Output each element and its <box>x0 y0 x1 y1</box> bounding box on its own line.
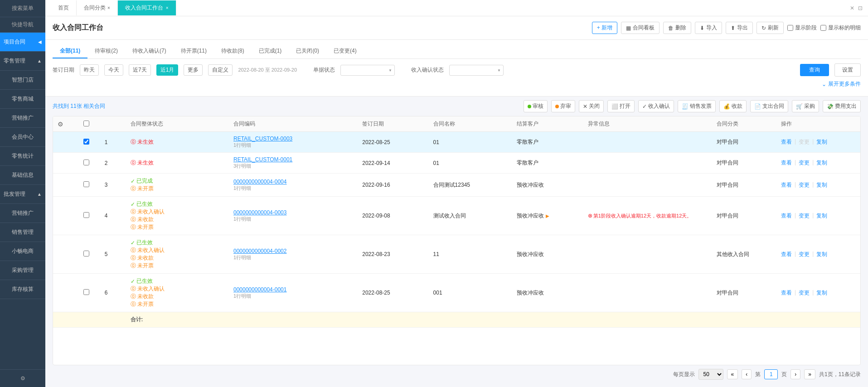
row-code[interactable]: 0000000000004-00041行明细 <box>229 174 358 197</box>
col-settings[interactable]: ⚙ <box>53 116 79 132</box>
select-all-checkbox[interactable] <box>83 121 89 126</box>
customer-nav-icon[interactable]: ▶ <box>546 213 549 218</box>
date-btn-1month[interactable]: 近1月 <box>156 64 179 76</box>
expense-out-button[interactable]: 💸 费用支出 <box>823 100 861 112</box>
row-checkbox[interactable] <box>83 251 89 256</box>
expense-contract-button[interactable]: 📄 支出合同 <box>750 100 788 112</box>
sidebar-item-xiaochang[interactable]: 小畅电商 <box>0 242 45 261</box>
window-restore-button[interactable]: ⊡ <box>858 5 863 11</box>
contract-code-link[interactable]: 0000000000004-0004 <box>233 179 286 185</box>
view-action[interactable]: 查看 <box>781 289 792 297</box>
edit-action[interactable]: 变更 <box>799 212 810 220</box>
close-button[interactable]: ✕ 关闭 <box>579 100 604 112</box>
copy-action[interactable]: 复制 <box>816 289 827 297</box>
contract-code-link[interactable]: RETAIL_CUSTOM-0003 <box>233 135 292 142</box>
col-customer-header[interactable]: 结算客户 <box>512 116 583 132</box>
status-tab-pending-review[interactable]: 待审核(2) <box>87 44 125 58</box>
contract-code-link[interactable]: 0000000000004-0001 <box>233 286 286 293</box>
next-page-button[interactable]: › <box>790 369 800 379</box>
sidebar-item-marketing[interactable]: 营销推广 <box>0 109 45 128</box>
contract-code-link[interactable]: 0000000000004-0002 <box>233 248 286 254</box>
date-btn-today[interactable]: 今天 <box>104 64 123 76</box>
sidebar-item-marketing2[interactable]: 营销推广 <box>0 204 45 223</box>
status-tab-pending-confirm[interactable]: 待收入确认(7) <box>125 44 174 58</box>
prev-page-button[interactable]: ‹ <box>742 369 752 379</box>
date-btn-7days[interactable]: 近7天 <box>129 64 151 76</box>
row-code[interactable]: 0000000000004-00031行明细 <box>229 197 358 235</box>
sidebar-quick-nav[interactable]: 快捷导航 <box>0 17 45 33</box>
sidebar-item-retail-mall[interactable]: 零售商城 <box>0 90 45 109</box>
row-checkbox-cell[interactable] <box>79 132 100 153</box>
tab-home[interactable]: 首页 <box>51 0 77 15</box>
row-checkbox-cell[interactable] <box>79 174 100 197</box>
row-checkbox[interactable] <box>83 212 89 218</box>
refresh-button[interactable]: ↻ 刷新 <box>756 22 784 34</box>
income-confirm-select[interactable] <box>449 65 504 76</box>
edit-action[interactable]: 变更 <box>799 159 810 167</box>
row-checkbox[interactable] <box>83 181 89 187</box>
table-row[interactable]: 6✓已生效⓪未收入确认⓪未收款⓪未开票0000000000004-00011行明… <box>53 274 860 312</box>
expand-filter-button[interactable]: ⌄ 展开更多条件 <box>822 80 861 88</box>
column-settings-icon[interactable]: ⚙ <box>58 121 63 128</box>
row-checkbox-cell[interactable] <box>79 197 100 235</box>
col-contract-status-header[interactable]: 合同整体状态 <box>126 116 229 132</box>
sidebar-item-project[interactable]: 项目合同 ◀ <box>0 33 45 52</box>
date-btn-yesterday[interactable]: 昨天 <box>80 64 99 76</box>
row-checkbox-cell[interactable] <box>79 235 100 274</box>
open-button[interactable]: ⬜ 打开 <box>607 100 635 112</box>
import-button[interactable]: ⬇ 导入 <box>695 22 722 34</box>
page-size-select[interactable]: 50 20 100 <box>698 369 723 380</box>
sidebar-item-purchase[interactable]: 采购管理 <box>0 261 45 280</box>
status-tab-changed[interactable]: 已变更(4) <box>326 44 364 58</box>
contract-code-link[interactable]: 0000000000004-0003 <box>233 209 286 216</box>
row-code[interactable]: RETAIL_CUSTOM-00013行明细 <box>229 153 358 174</box>
contract-board-button[interactable]: ▦ 合同看板 <box>621 22 659 34</box>
row-code[interactable]: 0000000000004-00011行明细 <box>229 274 358 312</box>
show-detail-checkbox[interactable] <box>820 25 826 31</box>
status-tab-completed[interactable]: 已完成(1) <box>252 44 289 58</box>
tab-contract-category-close[interactable]: × <box>107 5 110 10</box>
row-checkbox[interactable] <box>83 289 89 295</box>
status-tab-all[interactable]: 全部(11) <box>53 44 87 58</box>
review-button[interactable]: 审核 <box>524 100 548 112</box>
export-button[interactable]: ⬆ 导出 <box>726 22 753 34</box>
sidebar-item-stock[interactable]: 库存核算 <box>0 280 45 299</box>
edit-action[interactable]: 变更 <box>799 181 810 189</box>
row-checkbox-cell[interactable] <box>79 274 100 312</box>
sidebar-settings-button[interactable]: ⚙ <box>0 369 45 387</box>
table-row[interactable]: 3✓已完成⓪未开票0000000000004-00041行明细2022-09-1… <box>53 174 860 197</box>
first-page-button[interactable]: « <box>727 369 738 379</box>
edit-action[interactable]: 变更 <box>799 289 810 297</box>
query-button[interactable]: 查询 <box>800 64 829 76</box>
view-action[interactable]: 查看 <box>781 138 792 146</box>
col-error-info-header[interactable]: 异常信息 <box>583 116 712 132</box>
sidebar-item-sales[interactable]: 销售管理 <box>0 223 45 242</box>
row-checkbox-cell[interactable] <box>79 153 100 174</box>
copy-action[interactable]: 复制 <box>816 181 827 189</box>
table-row[interactable]: 2⓪未生效RETAIL_CUSTOM-00013行明细2022-09-1401零… <box>53 153 860 174</box>
row-code[interactable]: RETAIL_CUSTOM-00031行明细 <box>229 132 358 153</box>
new-button[interactable]: + 新增 <box>592 22 617 34</box>
show-stage-checkbox-label[interactable]: 显示阶段 <box>787 24 817 32</box>
view-action[interactable]: 查看 <box>781 181 792 189</box>
row-checkbox[interactable] <box>83 160 89 165</box>
status-tab-pending-invoice[interactable]: 待开票(11) <box>174 44 214 58</box>
sales-invoice-button[interactable]: 🧾 销售发票 <box>678 100 716 112</box>
income-confirm-button[interactable]: ✓ 收入确认 <box>638 100 674 112</box>
delete-button[interactable]: 🗑 删除 <box>663 22 691 34</box>
status-tab-pending-receipt[interactable]: 待收款(8) <box>214 44 252 58</box>
purchase-button[interactable]: 🛒 采购 <box>792 100 819 112</box>
view-action[interactable]: 查看 <box>781 251 792 258</box>
sidebar-item-member[interactable]: 会员中心 <box>0 128 45 147</box>
tab-income-workbench-close[interactable]: × <box>166 5 169 10</box>
doc-status-select[interactable] <box>340 65 395 76</box>
contract-code-link[interactable]: RETAIL_CUSTOM-0001 <box>233 156 292 163</box>
row-checkbox[interactable] <box>83 139 89 145</box>
receipt-button[interactable]: 💰 收款 <box>719 100 747 112</box>
sidebar-item-basic[interactable]: 基础信息 <box>0 166 45 185</box>
row-code[interactable]: 0000000000004-00021行明细 <box>229 235 358 274</box>
col-checkbox[interactable] <box>79 116 100 132</box>
copy-action[interactable]: 复制 <box>816 251 827 258</box>
tab-contract-category[interactable]: 合同分类 × <box>77 0 118 15</box>
view-action[interactable]: 查看 <box>781 212 792 220</box>
